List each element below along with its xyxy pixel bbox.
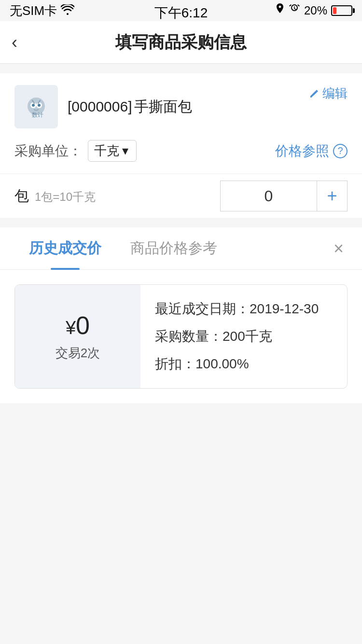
- unit-select[interactable]: 千克 ▾: [88, 140, 137, 162]
- alarm-icon: [289, 3, 300, 18]
- battery-icon: [331, 5, 352, 16]
- tab-history-label: 历史成交价: [29, 238, 101, 258]
- product-title: 手撕面包: [134, 98, 192, 114]
- tab-product-price-ref[interactable]: 商品价格参考: [116, 227, 232, 270]
- dropdown-icon: ▾: [122, 143, 128, 158]
- purchase-qty-row: 采购数量：200千克: [155, 327, 333, 346]
- carrier-text: 无SIM卡: [10, 2, 57, 19]
- last-trade-date-value: 2019-12-30: [250, 301, 319, 316]
- product-card: 数计 [0000006] 手撕面包 编辑 采购单位： 千克 ▾: [0, 73, 362, 173]
- tab-product-price-ref-label: 商品价格参考: [130, 238, 217, 258]
- quantity-input[interactable]: 0: [220, 181, 317, 211]
- last-trade-date-row: 最近成交日期：2019-12-30: [155, 299, 333, 318]
- product-bottom: 采购单位： 千克 ▾ 价格参照 ?: [14, 140, 348, 162]
- unit-ratio: 1包=10千克: [35, 189, 96, 205]
- tabs-panel: 历史成交价 商品价格参考 × ¥0 交易2次 最近成交日期：2019-12-30…: [0, 227, 362, 403]
- price-amount: ¥0: [66, 311, 90, 340]
- amount-value: 0: [76, 311, 90, 339]
- tabs-close-button[interactable]: ×: [330, 235, 348, 263]
- discount-row: 折扣：100.00%: [155, 354, 333, 373]
- battery-pct: 20%: [304, 4, 327, 17]
- location-icon: [275, 3, 285, 18]
- discount-label: 折扣：: [155, 356, 195, 371]
- price-card-left: ¥0 交易2次: [15, 285, 140, 388]
- price-card: ¥0 交易2次 最近成交日期：2019-12-30 采购数量：200千克 折扣：…: [14, 284, 348, 389]
- last-trade-date-label: 最近成交日期：: [155, 301, 250, 316]
- edit-button[interactable]: 编辑: [309, 85, 348, 102]
- wifi-icon: [61, 3, 74, 18]
- svg-point-3: [32, 104, 35, 107]
- back-button[interactable]: ‹: [12, 32, 17, 53]
- trade-times: 交易2次: [56, 345, 100, 362]
- product-top: 数计 [0000006] 手撕面包 编辑: [14, 85, 348, 128]
- nav-bar: ‹ 填写商品采购信息: [0, 21, 362, 64]
- status-left: 无SIM卡: [10, 2, 74, 19]
- history-content: ¥0 交易2次 最近成交日期：2019-12-30 采购数量：200千克 折扣：…: [0, 270, 362, 403]
- purchase-qty-label: 采购数量：: [155, 329, 223, 344]
- quantity-label: 包 1包=10千克: [14, 186, 96, 206]
- price-card-right: 最近成交日期：2019-12-30 采购数量：200千克 折扣：100.00%: [140, 285, 347, 388]
- currency-symbol: ¥: [66, 318, 76, 338]
- quantity-input-area: 0 +: [220, 181, 348, 211]
- product-image-icon: 数计: [23, 92, 49, 122]
- unit-value: 千克: [94, 142, 119, 159]
- product-id: [0000006]: [68, 98, 132, 114]
- status-right: 20%: [275, 3, 352, 18]
- price-ref-button[interactable]: 价格参照 ?: [275, 142, 348, 160]
- help-icon: ?: [337, 145, 343, 156]
- discount-value: 100.00%: [195, 356, 249, 371]
- purchase-unit: 采购单位： 千克 ▾: [14, 140, 137, 162]
- help-circle-icon: ?: [333, 144, 348, 158]
- quantity-row: 包 1包=10千克 0 +: [0, 174, 362, 218]
- tab-history-price[interactable]: 历史成交价: [14, 227, 116, 270]
- tabs-header: 历史成交价 商品价格参考 ×: [0, 227, 362, 270]
- quantity-plus-button[interactable]: +: [317, 181, 348, 211]
- edit-label: 编辑: [322, 85, 348, 102]
- svg-point-4: [38, 104, 41, 107]
- page-title: 填写商品采购信息: [115, 31, 247, 54]
- product-name: [0000006] 手撕面包: [68, 97, 192, 117]
- battery-fill: [333, 7, 336, 14]
- status-bar: 无SIM卡 下午6:12 20%: [0, 0, 362, 21]
- tabs-left: 历史成交价 商品价格参考: [14, 227, 232, 270]
- product-thumbnail: 数计: [14, 85, 58, 128]
- bottom-area: [0, 403, 362, 596]
- svg-text:数计: 数计: [32, 112, 43, 118]
- status-time: 下午6:12: [154, 4, 208, 22]
- price-ref-label: 价格参照: [275, 142, 329, 160]
- purchase-unit-label: 采购单位：: [14, 142, 82, 160]
- purchase-qty-value: 200千克: [223, 329, 272, 344]
- product-left: 数计 [0000006] 手撕面包: [14, 85, 192, 128]
- unit-name: 包: [14, 186, 29, 206]
